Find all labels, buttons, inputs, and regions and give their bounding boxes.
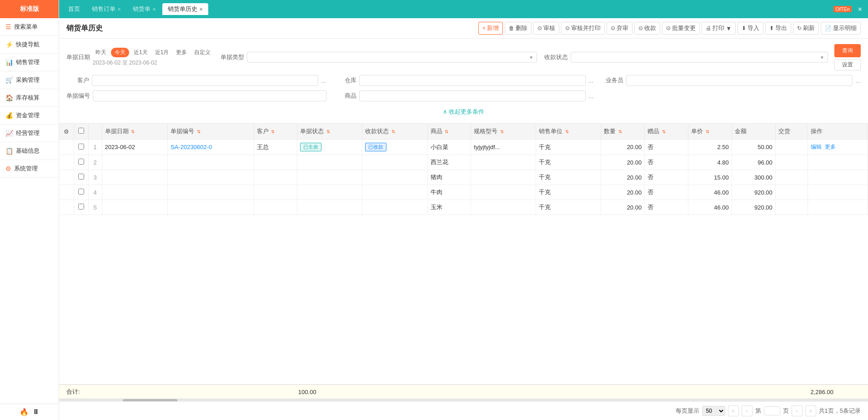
total-qty-value: 100.00 [298,389,316,395]
pagination: 每页显示 50 100 200 « ‹ 第 1 页 › » 共1页，5条记录 [59,401,868,420]
per-page-select[interactable]: 50 100 200 [702,406,725,416]
salesperson-picker[interactable]: ... [855,77,861,84]
audit-button[interactable]: ⊙ 审核 [533,22,559,35]
abandon-button[interactable]: ⊙ 弃审 [607,22,632,35]
tab-sales-history-close[interactable]: ✕ [199,7,203,12]
salesperson-input[interactable] [626,75,853,86]
tab-sales-delivery-close[interactable]: ✕ [152,7,156,12]
goods-input[interactable] [359,90,586,101]
prev-page-button[interactable]: ‹ [742,405,753,416]
new-icon: + [482,25,486,31]
sidebar-item-search-menu[interactable]: ☰ 搜索菜单 [0,18,59,36]
doc-no-cell [168,185,254,200]
tab-sales-order[interactable]: 销售订单 ✕ [86,3,126,15]
col-sales-unit[interactable]: 销售单位 ⇅ [536,124,601,140]
row-num-cell: 5 [88,200,102,215]
fire-icon[interactable]: 🔥 [20,408,29,416]
select-all-checkbox[interactable] [78,128,84,134]
export-button[interactable]: ⬆ 导出 [765,22,791,35]
receive-button[interactable]: ⊙ 收款 [634,22,660,35]
window-close-button[interactable]: ✕ [855,5,864,14]
tab-sales-order-close[interactable]: ✕ [117,7,121,12]
audit-print-button[interactable]: ⊙ 审核并打印 [561,22,605,35]
goods-picker[interactable]: ... [588,92,594,100]
sidebar-item-inventory[interactable]: 🏠 库存核算 [0,89,59,107]
warehouse-input[interactable] [359,75,586,86]
checkbox-cell [74,170,88,185]
col-doc-no[interactable]: 单据编号 ⇅ [168,124,254,140]
settings-button[interactable]: 设置 [834,59,861,70]
tab-sales-delivery[interactable]: 销货单 ✕ [127,3,161,15]
import-button[interactable]: ⬇ 导入 [738,22,763,35]
doc-type-select[interactable] [247,52,537,63]
row-checkbox[interactable] [78,174,84,180]
sidebar-item-purchase-mgmt[interactable]: 🛒 采购管理 [0,71,59,89]
tab-sales-history[interactable]: 销货单历史 ✕ [162,3,208,15]
doc-no-input[interactable] [93,90,326,101]
sales-icon: 📊 [5,59,13,66]
sidebar-item-quick-nav[interactable]: ⚡ 快捷导航 [0,36,59,54]
sales-unit-cell: 千克 [536,140,601,155]
doc-date-cell [102,155,168,170]
customer-cell [254,200,297,215]
sidebar-item-operations[interactable]: 📈 经营管理 [0,125,59,142]
col-receive-status[interactable]: 收款状态 ⇅ [362,124,427,140]
delete-icon: 🗑 [509,25,514,31]
more-action[interactable]: 更多 [825,144,836,150]
delete-button[interactable]: 🗑 删除 [505,22,532,35]
date-custom[interactable]: 自定义 [191,48,213,57]
col-unit-price[interactable]: 单价 ⇅ [688,124,732,140]
filter-receive-status: 收款状态 查询 设置 [544,44,861,70]
query-button[interactable]: 查询 [834,44,861,57]
tab-home[interactable]: 首页 [63,3,85,15]
receive-status-wrapper [571,52,828,63]
edit-action[interactable]: 编辑 [811,144,822,150]
row-checkbox[interactable] [78,159,84,165]
sidebar-item-basic-info[interactable]: 📋 基础信息 [0,142,59,160]
col-spec[interactable]: 规格型号 ⇅ [471,124,536,140]
warehouse-picker[interactable]: ... [588,77,594,84]
date-yesterday[interactable]: 昨天 [93,48,109,57]
customer-picker[interactable]: ... [321,77,326,84]
settings-cell [59,170,74,185]
col-gift[interactable]: 赠品 ⇅ [645,124,688,140]
new-button[interactable]: + 新增 [478,22,503,35]
first-page-button[interactable]: « [728,405,739,416]
sidebar-item-sales-mgmt[interactable]: 📊 销售管理 [0,54,59,71]
col-customer[interactable]: 客户 ⇅ [254,124,297,140]
footer-total: 合计: 100.00 2,286.00 [59,384,868,399]
col-quantity[interactable]: 数量 ⇅ [601,124,645,140]
refresh-button[interactable]: ↻ 刷新 [793,22,819,35]
batch-change-button[interactable]: ⊙ 批量变更 [662,22,700,35]
date-1day[interactable]: 近1天 [131,48,151,57]
col-doc-status[interactable]: 单据状态 ⇅ [297,124,362,140]
last-page-button[interactable]: » [805,405,816,416]
row-num-cell: 3 [88,170,102,185]
print-button[interactable]: 🖨 打印 ▼ [702,22,736,35]
date-1month[interactable]: 近1月 [152,48,172,57]
total-amount: 2,286.00 [810,389,861,395]
collapse-button[interactable]: ∧ 收起更多条件 [66,106,861,118]
sidebar-item-finance[interactable]: 💰 资金管理 [0,107,59,125]
pause-icon[interactable]: ⏸ [32,408,40,416]
show-detail-button[interactable]: 📄 显示明细 [821,22,861,35]
filter-warehouse: 仓库 ... [334,75,594,86]
col-goods[interactable]: 商品 ⇅ [427,124,471,140]
receive-status-cell [362,185,427,200]
sidebar-item-system-mgmt[interactable]: ⚙ 系统管理 [0,160,59,178]
page-number-input[interactable]: 1 [764,406,780,415]
quick-nav-icon: ⚡ [5,41,13,48]
next-page-button[interactable]: › [792,405,803,416]
customer-input[interactable] [92,75,318,86]
col-doc-date[interactable]: 单据日期 ⇅ [102,124,168,140]
receive-status-select[interactable] [571,52,828,63]
doc-no-cell [168,155,254,170]
date-range: 2023-06-02 至 2023-06-02 [93,59,213,67]
col-settings[interactable]: ⚙ [59,124,74,140]
sales-unit-cell: 千克 [536,170,601,185]
row-checkbox[interactable] [78,204,84,210]
row-checkbox[interactable] [78,189,84,195]
date-more[interactable]: 更多 [173,48,190,57]
row-checkbox[interactable] [78,144,84,150]
date-today[interactable]: 今天 [111,48,129,57]
